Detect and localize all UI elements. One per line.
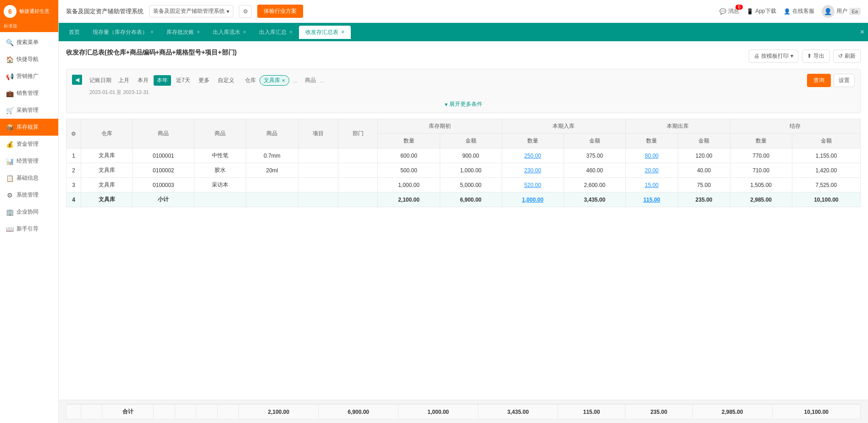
user-menu[interactable]: 👤 用户 Ea xyxy=(822,5,861,18)
sidebar-item-enterprise[interactable]: 🏢 企业协同 xyxy=(0,203,58,220)
date-7days-btn[interactable]: 近7天 xyxy=(173,75,194,86)
sidebar-logo: 6 畅捷通好生意 xyxy=(0,0,58,23)
row-out-qty[interactable]: 20.00 xyxy=(625,163,678,178)
close-all-tabs-button[interactable]: × xyxy=(860,28,864,36)
row-in-qty[interactable]: 250.00 xyxy=(502,148,564,163)
tab-batch-ledger[interactable]: 库存批次账 × xyxy=(160,26,206,39)
date-range-text: 2023-01-01 至 2023-12-31 xyxy=(89,89,149,95)
date-custom-btn[interactable]: 自定义 xyxy=(215,75,238,86)
row-in-qty[interactable]: 230.00 xyxy=(502,163,564,178)
sidebar-item-inventory[interactable]: 📦 库存核算 xyxy=(0,119,58,136)
row-department xyxy=(338,163,378,178)
col-in-qty: 数量 xyxy=(502,134,564,148)
subtotal-out-qty[interactable]: 115.00 xyxy=(625,192,678,207)
sidebar-item-purchase[interactable]: 🛒 采购管理 xyxy=(0,102,58,119)
collapse-icon: ◀ xyxy=(75,77,79,83)
sidebar-item-finance[interactable]: 💰 资金管理 xyxy=(0,136,58,153)
row-project xyxy=(298,163,338,178)
date-this-year-btn[interactable]: 本年 xyxy=(154,75,171,86)
warehouse-goods-filter: 仓库 文具库 × ... 商品 ... xyxy=(245,75,800,86)
sidebar-item-system[interactable]: ⚙ 系统管理 xyxy=(0,187,58,203)
user-icon: 👤 xyxy=(824,8,832,15)
tab-home[interactable]: 首页 xyxy=(62,26,86,39)
table-row: 3 文具库 0100003 采访本 1,000.00 5,000.00 520.… xyxy=(66,178,861,192)
message-button[interactable]: 💬 消息 6 xyxy=(719,7,739,15)
sidebar-item-label: 经营管理 xyxy=(17,157,39,165)
total-in-amt: 3,435.00 xyxy=(478,404,558,419)
goods-more-icon[interactable]: ... xyxy=(320,77,324,84)
tab-close-icon[interactable]: × xyxy=(243,29,246,35)
tab-inventory-dist[interactable]: 现存量（库存分布表） × xyxy=(86,26,160,39)
sidebar-item-label: 采购管理 xyxy=(17,106,39,114)
row-balance-qty: 1,505.00 xyxy=(730,178,792,192)
print-template-button[interactable]: 🖨 按模板打印 ▾ xyxy=(749,49,798,63)
row-out-amt: 120.00 xyxy=(678,148,730,163)
sidebar-item-label: 销售管理 xyxy=(17,89,39,97)
tab-close-icon[interactable]: × xyxy=(289,29,293,35)
date-more-btn[interactable]: 更多 xyxy=(195,75,213,86)
date-this-month-btn[interactable]: 本月 xyxy=(134,75,152,86)
date-filter-section: 记账日期 上月 本月 本年 近7天 更多 自定义 xyxy=(89,75,238,86)
sidebar-item-quick-nav[interactable]: 🏠 快捷导航 xyxy=(0,51,58,68)
col-period-in-group: 本期入库 xyxy=(502,119,625,134)
subtotal-row: 4 文具库 小计 2,100.00 6,900.00 1,000.00 3,43… xyxy=(66,192,861,207)
page-title: 收发存汇总表(按仓库+商品编码+商品+规格型号+项目+部门) xyxy=(66,49,237,57)
chevron-down-icon: ▾ xyxy=(227,8,229,15)
system-dropdown[interactable]: 装备及固定资产辅助管理系统 ▾ xyxy=(149,5,233,17)
tab-receipt-summary[interactable]: 收发存汇总表 × xyxy=(299,26,351,39)
row-balance-amt: 7,525.00 xyxy=(792,178,860,192)
warehouse-filter-tag[interactable]: 文具库 × xyxy=(260,75,289,86)
date-last-month-btn[interactable]: 上月 xyxy=(115,75,133,86)
tab-label: 首页 xyxy=(69,28,80,36)
export-button[interactable]: ⬆ 导出 xyxy=(802,49,829,63)
app-system-title: 装备及固定资产辅助管理系统 xyxy=(66,7,144,16)
total-row: 合计 2,100.00 6,900.00 1,000.00 3,435.00 1… xyxy=(66,404,861,419)
tab-label: 库存批次账 xyxy=(166,28,194,36)
tab-close-icon[interactable]: × xyxy=(150,29,154,35)
sidebar-item-operations[interactable]: 📊 经营管理 xyxy=(0,153,58,170)
row-out-qty[interactable]: 15.00 xyxy=(625,178,678,192)
refresh-button[interactable]: ↺ 刷新 xyxy=(833,49,861,63)
warehouse-more-icon[interactable]: ... xyxy=(293,77,298,84)
expand-conditions-button[interactable]: ▾ 展开更多条件 xyxy=(445,100,482,108)
chevron-down-icon: ▾ xyxy=(791,53,793,59)
operations-icon: 📊 xyxy=(6,158,14,165)
tab-inout-summary[interactable]: 出入库汇总 × xyxy=(253,26,299,39)
col-period-out-group: 本期出库 xyxy=(625,119,730,134)
page-header-area: 收发存汇总表(按仓库+商品编码+商品+规格型号+项目+部门) 🖨 按模板打印 ▾… xyxy=(66,49,861,63)
system-icon: ⚙ xyxy=(6,192,14,199)
trial-button[interactable]: 体验行业方案 xyxy=(257,5,303,18)
sidebar-item-guide[interactable]: 📖 新手引导 xyxy=(0,220,58,237)
message-icon: 💬 xyxy=(719,8,726,15)
settings-btn[interactable]: 设置 xyxy=(834,74,855,87)
total-balance-amt: 10,100.00 xyxy=(772,404,860,419)
table-row: 2 文具库 0100002 胶水 20ml 500.00 1,000.00 23… xyxy=(66,163,861,178)
system-dropdown-label: 装备及固定资产辅助管理系统 xyxy=(153,7,225,15)
online-support-button[interactable]: 👤 在线客服 xyxy=(784,7,814,15)
expand-filter-row: ▾ 展开更多条件 xyxy=(72,100,855,108)
row-in-qty[interactable]: 520.00 xyxy=(502,178,564,192)
sidebar-edition: 标准版 xyxy=(0,23,58,32)
sidebar-item-search[interactable]: 🔍 搜索菜单 xyxy=(0,34,58,51)
total-label: 合计 xyxy=(102,404,154,419)
sidebar-item-base-info[interactable]: 📋 基础信息 xyxy=(0,170,58,187)
app-download-button[interactable]: 📱 App下载 xyxy=(746,7,776,15)
total-in-qty: 1,000.00 xyxy=(398,404,478,419)
table-row: 1 文具库 0100001 中性笔 0.7mm 600.00 900.00 25… xyxy=(66,148,861,163)
settings-button[interactable]: ⚙ xyxy=(239,5,252,18)
date-range-display: 2023-01-01 至 2023-12-31 xyxy=(89,89,855,96)
collapse-filter-button[interactable]: ◀ xyxy=(72,75,82,85)
table-settings-col[interactable]: ⚙ xyxy=(66,119,81,148)
tab-inout-flow[interactable]: 出入库流水 × xyxy=(206,26,253,39)
subtotal-in-qty[interactable]: 1,000.00 xyxy=(502,192,564,207)
tab-label: 出入库汇总 xyxy=(259,28,287,36)
col-balance-amt: 金额 xyxy=(792,134,860,148)
tab-close-icon[interactable]: × xyxy=(341,29,344,35)
tab-close-icon[interactable]: × xyxy=(197,29,200,35)
query-button[interactable]: 查询 xyxy=(807,74,831,87)
warehouse-tag-remove[interactable]: × xyxy=(282,77,285,84)
sidebar-item-sales[interactable]: 💼 销售管理 xyxy=(0,85,58,102)
sidebar-item-marketing[interactable]: 📢 营销推广 xyxy=(0,68,58,85)
row-out-qty[interactable]: 80.00 xyxy=(625,148,678,163)
warehouse-tag-text: 文具库 xyxy=(264,77,280,84)
